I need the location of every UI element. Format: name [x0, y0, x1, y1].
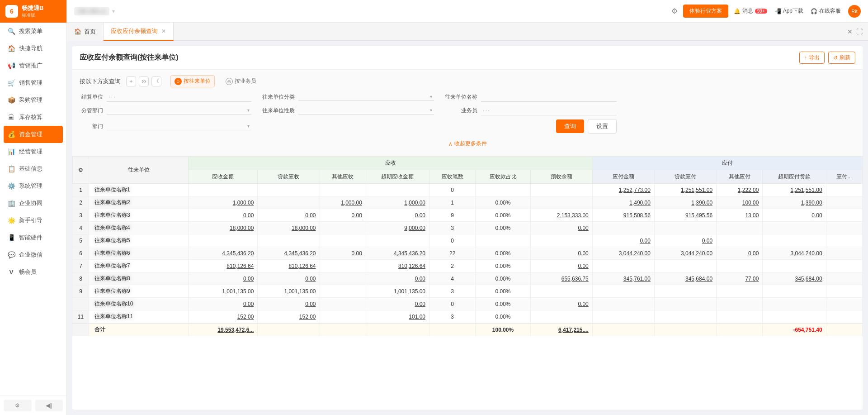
ar_overdue-cell[interactable]: 810,126.64	[366, 260, 429, 272]
unit-nature-select[interactable]: ▾	[298, 106, 434, 114]
sidebar-item-member[interactable]: V 畅会员	[0, 263, 66, 281]
ar_prepay-cell[interactable]: 0.00	[530, 247, 592, 260]
ap_amount-cell[interactable]: 0.00	[592, 234, 654, 247]
ar_overdue-cell[interactable]: 9,000.00	[366, 222, 429, 234]
tab-fullscreen-icon[interactable]: ⛶	[856, 28, 863, 35]
ap_loan-cell[interactable]: 0.00	[654, 234, 716, 247]
bumen-select[interactable]: ▾	[107, 122, 251, 130]
ap_overdue-cell[interactable]: 1,251,551.00	[763, 184, 826, 196]
filter-tab-by-staff[interactable]: ◎ 按业务员	[222, 75, 260, 87]
ap_loan-cell[interactable]: 1,390.00	[654, 196, 716, 209]
app-download-button[interactable]: 📲 App下载	[774, 7, 803, 15]
ar_other-cell[interactable]: 0.00	[320, 209, 366, 222]
collapse-filter-button[interactable]: ∧ 收起更多条件	[80, 137, 855, 150]
tab-close-icon[interactable]: ✕	[161, 28, 166, 34]
online-service-button[interactable]: 🎧 在线客服	[811, 7, 841, 15]
sidebar-collapse-button[interactable]: ◀‖	[35, 400, 63, 411]
query-button[interactable]: 查询	[556, 119, 584, 133]
ar_overdue-cell[interactable]: 1,001,135.00	[366, 285, 429, 298]
ar_prepay-cell[interactable]: 0.00	[530, 222, 592, 234]
ar_amount-cell[interactable]: 810,126.64	[189, 260, 258, 272]
ap_overdue-cell[interactable]: 345,684.00	[763, 272, 826, 285]
sidebar-item-finance[interactable]: 💰 资金管理	[4, 126, 63, 143]
refresh-button[interactable]: ↺ 刷新	[828, 52, 855, 64]
ar_loan-cell[interactable]: 152.00	[258, 310, 320, 324]
sidebar-item-operation[interactable]: 📊 经营管理	[0, 143, 66, 160]
promo-button[interactable]: 体验行业方案	[683, 5, 728, 18]
unit-name-input[interactable]	[481, 92, 617, 102]
ap_amount-cell[interactable]: 1,490.00	[592, 196, 654, 209]
dept-select[interactable]: ▾	[107, 106, 251, 114]
tab-ar-query[interactable]: 应收应付余额查询 ✕	[104, 23, 174, 41]
sidebar-item-purchase[interactable]: 📦 采购管理	[0, 91, 66, 109]
ap_other-cell[interactable]: 100.00	[717, 196, 763, 209]
ar_loan-cell[interactable]: 18,000.00	[258, 222, 320, 234]
sidebar-item-system[interactable]: ⚙️ 系统管理	[0, 177, 66, 195]
export-button[interactable]: ↑ 导出	[799, 52, 825, 64]
sidebar-item-basic[interactable]: 📋 基础信息	[0, 160, 66, 177]
filter-tab-by-unit[interactable]: ⊙ 按往来单位	[170, 75, 215, 87]
ar_overdue-cell[interactable]: 0.00	[366, 272, 429, 285]
ar_amount-cell[interactable]: 0.00	[189, 209, 258, 222]
ar_amount-cell[interactable]: 1,000.00	[189, 196, 258, 209]
table-settings-icon[interactable]: ⚙	[78, 167, 83, 173]
ap_loan-cell[interactable]: 915,495.56	[654, 209, 716, 222]
ap_other-cell[interactable]: 77.00	[717, 272, 763, 285]
ar_amount-cell[interactable]: 0.00	[189, 272, 258, 285]
ar_loan-cell[interactable]: 810,126.64	[258, 260, 320, 272]
ar_other-cell[interactable]: 1,000.00	[320, 196, 366, 209]
ar_prepay-cell[interactable]: 655,636.75	[530, 272, 592, 285]
ap_amount-cell[interactable]: 345,761.00	[592, 272, 654, 285]
total-ar-prepay[interactable]: 6,417,215....	[530, 323, 592, 336]
ar_amount-cell[interactable]: 4,345,436.20	[189, 247, 258, 260]
ap_loan-cell[interactable]: 3,044,240.00	[654, 247, 716, 260]
sidebar-settings-button[interactable]: ⚙	[4, 400, 32, 411]
ar_loan-cell[interactable]: 0.00	[258, 298, 320, 310]
ar_overdue-cell[interactable]: 4,345,436.20	[366, 247, 429, 260]
sidebar-item-sales[interactable]: 🛒 销售管理	[0, 74, 66, 91]
settings-col-header[interactable]: ⚙	[73, 157, 89, 184]
ap_overdue-cell[interactable]: 3,044,240.00	[763, 247, 826, 260]
tab-close-window-icon[interactable]: ✕	[847, 28, 853, 35]
ar_overdue-cell[interactable]: 101.00	[366, 310, 429, 324]
sidebar-item-collab[interactable]: 🏢 企业协同	[0, 195, 66, 212]
ar_prepay-cell[interactable]: 0.00	[530, 260, 592, 272]
ar_amount-cell[interactable]: 0.00	[189, 298, 258, 310]
filter-settings-button[interactable]: ⊙	[139, 76, 149, 86]
ap_overdue-cell[interactable]: 0.00	[763, 209, 826, 222]
ap_amount-cell[interactable]: 915,508.56	[592, 209, 654, 222]
ar_overdue-cell[interactable]: 1,000.00	[366, 196, 429, 209]
ap_amount-cell[interactable]: 1,252,773.00	[592, 184, 654, 196]
sidebar-item-guide[interactable]: 🌟 新手引导	[0, 212, 66, 229]
filter-collapse-button[interactable]: 《	[151, 76, 161, 86]
ar_prepay-cell[interactable]: 2,153,333.00	[530, 209, 592, 222]
staff-input[interactable]: ···	[481, 105, 617, 115]
ar_loan-cell[interactable]: 1,001,135.00	[258, 285, 320, 298]
ap_other-cell[interactable]: 13.00	[717, 209, 763, 222]
ar_prepay-cell[interactable]: 0.00	[530, 298, 592, 310]
sidebar-item-quick-nav[interactable]: 🏠 快捷导航	[0, 40, 66, 57]
notice-button[interactable]: 🔔 消息 99+	[734, 7, 767, 15]
ar_overdue-cell[interactable]: 0.00	[366, 298, 429, 310]
ap_loan-cell[interactable]: 345,684.00	[654, 272, 716, 285]
ap_overdue-cell[interactable]: 1,390.00	[763, 196, 826, 209]
ar_amount-cell[interactable]: 1,001,135.00	[189, 285, 258, 298]
ar_other-cell[interactable]: 0.00	[320, 247, 366, 260]
ap_loan-cell[interactable]: 1,251,551.00	[654, 184, 716, 196]
ar_loan-cell[interactable]: 0.00	[258, 209, 320, 222]
ar_overdue-cell[interactable]: 0.00	[366, 209, 429, 222]
sidebar-item-inventory[interactable]: 🏛 库存核算	[0, 109, 66, 126]
sidebar-item-marketing[interactable]: 📢 营销推广	[0, 57, 66, 74]
sidebar-item-hardware[interactable]: 📱 智能硬件	[0, 229, 66, 246]
ap_other-cell[interactable]: 1,222.00	[717, 184, 763, 196]
ar_loan-cell[interactable]: 0.00	[258, 272, 320, 285]
gear-icon[interactable]: ⚙	[671, 7, 678, 15]
tab-home[interactable]: 🏠 首页	[67, 23, 104, 41]
total-ar-amount[interactable]: 19,553,472,6...	[189, 323, 258, 336]
user-profile[interactable]: Rit	[848, 5, 861, 18]
sidebar-item-search-menu[interactable]: 🔍 搜索菜单	[0, 23, 66, 40]
ap_amount-cell[interactable]: 3,044,240.00	[592, 247, 654, 260]
filter-add-button[interactable]: ＋	[126, 76, 136, 86]
ap_other-cell[interactable]: 0.00	[717, 247, 763, 260]
settings-filter-button[interactable]: 设置	[588, 119, 617, 134]
